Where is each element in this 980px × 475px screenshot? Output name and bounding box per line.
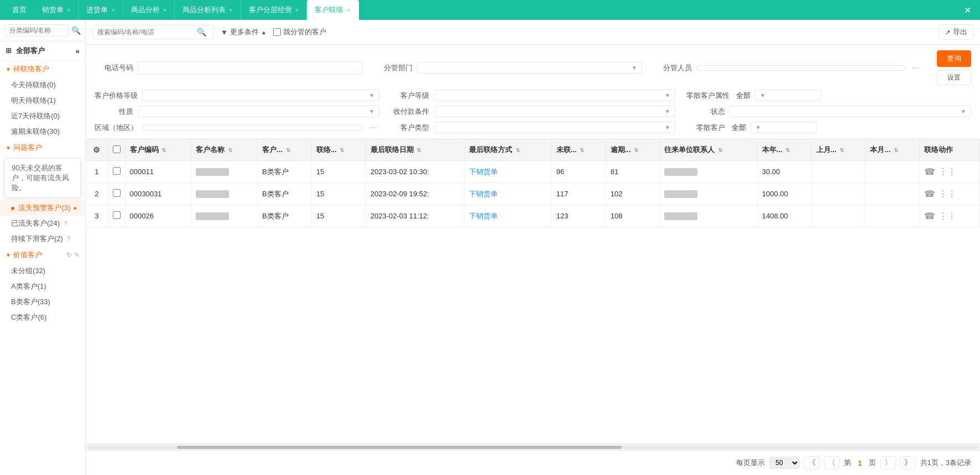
sort-icon[interactable]: ⇅ (515, 147, 520, 153)
row-last-method[interactable]: 下销货单 (465, 161, 551, 183)
prev-page-button[interactable]: 〈 (824, 456, 840, 469)
customer-level-select[interactable]: ▼ (434, 90, 675, 101)
sort-icon[interactable]: ⇅ (161, 147, 166, 153)
customer-type-select[interactable]: ▼ (434, 122, 675, 133)
sidebar-item-today-contact[interactable]: 今天待联络(0) (0, 77, 85, 93)
more-action-icon[interactable]: ⋮⋮ (939, 189, 956, 199)
row-actions: ☎ ⋮⋮ (920, 205, 980, 227)
collapse-icon[interactable]: « (76, 47, 80, 55)
sidebar-item-declining[interactable]: 持续下滑客户(2) ? (0, 231, 85, 247)
tab-product-analysis-list[interactable]: 商品分析列表 × (175, 0, 241, 20)
more-filter-button[interactable]: ▼ 更多条件 ▲ (221, 27, 267, 37)
more-action-icon[interactable]: ⋮⋮ (939, 166, 956, 177)
row-checkbox[interactable] (113, 211, 121, 219)
sort-icon[interactable]: ⇅ (840, 147, 844, 153)
more-action-icon[interactable]: ⋮⋮ (939, 211, 956, 221)
close-all-button[interactable]: ✕ (960, 5, 976, 15)
more-dots-icon[interactable]: ··· (368, 123, 379, 133)
region-label: 区域（地区） (95, 123, 138, 133)
contact-action-icon[interactable]: ☎ (924, 166, 935, 177)
phone-input[interactable] (138, 61, 363, 75)
close-icon[interactable]: × (295, 7, 299, 13)
chevron-down-icon: ▼ (665, 124, 670, 131)
sidebar-search-input[interactable] (4, 24, 69, 36)
refresh-icon[interactable]: ↻ (66, 251, 72, 259)
row-this-month (866, 161, 920, 183)
sidebar-item-churned[interactable]: 已流失客户(24) ? (0, 216, 85, 231)
sidebar-item-class-b[interactable]: B类客户(33) (0, 294, 85, 310)
payment-select[interactable]: ▼ (434, 106, 675, 117)
scattered-customer-select[interactable]: ▼ (750, 122, 817, 133)
tab-purchase-label: 进货单 (86, 5, 108, 15)
row-last-method[interactable]: 下销货单 (465, 205, 551, 227)
person-select[interactable] (696, 65, 905, 71)
nature-select[interactable]: ▼ (138, 106, 379, 117)
sidebar-section-problem[interactable]: ▼ 问题客户 (0, 139, 85, 156)
chevron-down-icon: ▼ (632, 65, 637, 71)
scattered-attr-select[interactable]: ▼ (755, 90, 821, 101)
my-customers-checkbox[interactable] (273, 28, 281, 36)
sort-icon[interactable]: ⇅ (286, 147, 290, 153)
sidebar-item-tomorrow-contact[interactable]: 明天待联络(1) (0, 93, 85, 108)
tab-product-analysis[interactable]: 商品分析 × (123, 0, 175, 20)
my-customers-checkbox-wrap[interactable]: 我分管的客户 (273, 27, 326, 37)
first-page-button[interactable]: 《 (804, 456, 820, 469)
tab-customer-contact[interactable]: 客户联络 × (307, 0, 358, 20)
sort-icon[interactable]: ⇅ (340, 147, 344, 153)
sidebar-section-value[interactable]: ▼ 价值客户 ↻ ✎ (0, 247, 85, 263)
col-gear: ⚙ (86, 139, 108, 161)
search-input[interactable] (97, 28, 197, 36)
status-select[interactable]: ▼ (729, 106, 971, 117)
row-checkbox[interactable] (113, 167, 121, 175)
row-this-month (866, 183, 920, 205)
sidebar-item-class-a[interactable]: A类客户(1) (0, 279, 85, 294)
filter-row-1: 电话号码 分管部门 ▼ 分管人员 ··· (95, 50, 971, 85)
sort-icon[interactable]: ⇅ (228, 147, 232, 153)
region-select[interactable] (142, 125, 363, 131)
dept-select[interactable]: ▼ (417, 62, 642, 74)
sort-icon[interactable]: ⇅ (718, 147, 722, 153)
tab-customer-tier[interactable]: 客户分层经营 × (241, 0, 307, 20)
close-icon[interactable]: × (347, 7, 350, 13)
settings-button[interactable]: 设置 (937, 70, 971, 85)
payment-field: 收付款条件 ▼ (390, 106, 675, 117)
close-icon[interactable]: × (163, 7, 166, 13)
sort-icon[interactable]: ⇅ (894, 147, 898, 153)
tab-sales-order[interactable]: 销货单 × (34, 0, 79, 20)
tab-purchase-order[interactable]: 进货单 × (79, 0, 123, 20)
sidebar-section-pending-contact[interactable]: ▼ 待联络客户 (0, 61, 85, 77)
sort-icon[interactable]: ⇅ (416, 147, 421, 153)
sidebar-all-customers[interactable]: ⊞ 全部客户 « (0, 41, 85, 61)
status-field: 状态 ▼ (686, 106, 971, 117)
sidebar-item-churn-warning[interactable]: 流失预警客户(3) ● (0, 200, 85, 216)
contact-action-icon[interactable]: ☎ (924, 211, 935, 221)
close-icon[interactable]: × (229, 7, 232, 13)
tab-home[interactable]: 首页 (4, 0, 34, 20)
price-level-select[interactable]: ▼ (142, 90, 379, 101)
gear-icon[interactable]: ⚙ (93, 145, 100, 154)
tab-customer-contact-label: 客户联络 (315, 5, 343, 15)
close-icon[interactable]: × (67, 7, 70, 13)
search-button[interactable]: 🔍 (197, 28, 206, 36)
sidebar-item-overdue-contact[interactable]: 逾期未联络(30) (0, 124, 85, 139)
row-last-method[interactable]: 下销货单 (465, 183, 551, 205)
close-icon[interactable]: × (111, 7, 114, 13)
edit-icon[interactable]: ✎ (74, 251, 80, 259)
sort-icon[interactable]: ⇅ (580, 147, 584, 153)
sort-icon[interactable]: ⇅ (634, 147, 638, 153)
next-page-button[interactable]: 〉 (880, 456, 896, 469)
contact-action-icon[interactable]: ☎ (924, 189, 935, 199)
more-dots-icon[interactable]: ··· (910, 63, 921, 73)
select-all-checkbox[interactable] (113, 145, 121, 153)
sidebar-item-ungrouped[interactable]: 未分组(32) (0, 263, 85, 279)
sidebar-item-class-c[interactable]: C类客户(6) (0, 310, 85, 325)
last-page-button[interactable]: 》 (900, 456, 916, 469)
horizontal-scrollbar[interactable] (86, 443, 980, 450)
row-checkbox[interactable] (113, 189, 121, 197)
page-size-select[interactable]: 50 100 200 (769, 457, 800, 469)
export-button[interactable]: ↗ 导出 (939, 24, 973, 40)
query-button[interactable]: 查询 (937, 50, 971, 67)
scrollbar-thumb[interactable] (177, 446, 622, 449)
sidebar-item-week-contact[interactable]: 近7天待联络(0) (0, 108, 85, 124)
sort-icon[interactable]: ⇅ (785, 147, 790, 153)
